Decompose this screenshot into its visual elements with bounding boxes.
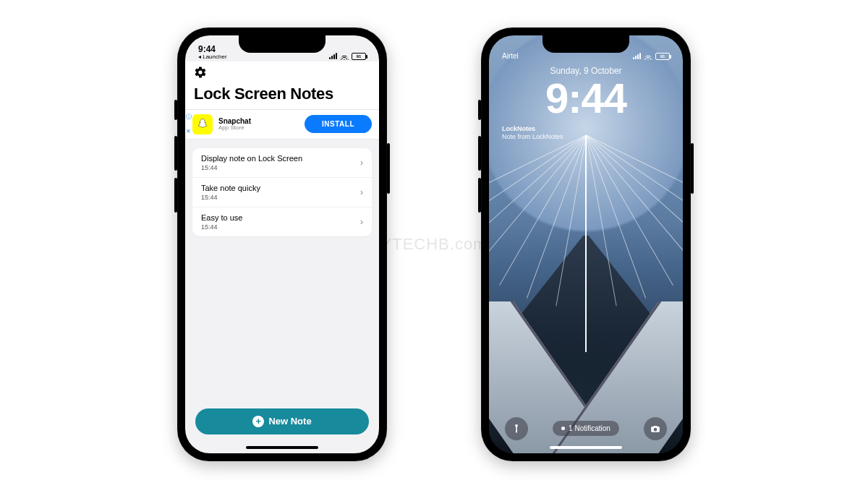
- battery-icon: 91: [352, 53, 366, 60]
- cellular-signal-icon: [329, 53, 337, 59]
- carrier-label: Airtel: [502, 53, 519, 60]
- phone-frame-app: 9:44 ◂ Launcher 91 Lock Screen Notes ⓘ✕ …: [177, 27, 387, 461]
- lock-widget[interactable]: LockNotes Note from LockNotes: [489, 119, 683, 142]
- widget-body: Note from LockNotes: [502, 133, 670, 142]
- home-indicator[interactable]: [550, 446, 622, 449]
- watermark-text: YTECHB.com: [381, 235, 488, 254]
- note-title: Display note on Lock Screen: [201, 154, 360, 163]
- note-row[interactable]: Take note quicky 15:44 ›: [192, 178, 372, 207]
- flashlight-icon: [511, 424, 522, 434]
- lock-time: 9:44: [489, 77, 683, 119]
- wifi-icon: [340, 53, 349, 60]
- new-note-label: New Note: [268, 416, 311, 427]
- ad-info-icon[interactable]: ⓘ✕: [186, 113, 192, 134]
- phone-frame-lockscreen: Airtel 91 Sunday, 9 October 9:44 LockNot…: [481, 27, 691, 461]
- notch: [542, 35, 629, 53]
- ad-app-store: App Store: [218, 125, 299, 131]
- chevron-right-icon: ›: [360, 217, 363, 227]
- battery-icon: 91: [655, 53, 670, 60]
- install-button[interactable]: INSTALL: [305, 115, 372, 133]
- ad-app-name: Snapchat: [218, 118, 299, 125]
- page-title: Lock Screen Notes: [194, 85, 370, 103]
- status-time: 9:44: [198, 45, 227, 53]
- note-time: 15:44: [201, 223, 360, 231]
- notes-list: Display note on Lock Screen 15:44 › Take…: [192, 148, 372, 236]
- chevron-right-icon: ›: [360, 158, 363, 168]
- camera-button[interactable]: [644, 417, 667, 440]
- dot-icon: [561, 427, 565, 430]
- back-to-launcher[interactable]: ◂ Launcher: [198, 54, 227, 60]
- notification-count: 1 Notification: [569, 424, 610, 432]
- note-row[interactable]: Display note on Lock Screen 15:44 ›: [192, 148, 372, 178]
- plus-circle-icon: +: [252, 416, 264, 427]
- gear-icon: [194, 66, 207, 79]
- camera-icon: [650, 424, 660, 434]
- cellular-signal-icon: [633, 53, 641, 59]
- snapchat-icon: [192, 114, 213, 134]
- lock-date: Sunday, 9 October: [489, 66, 683, 76]
- note-title: Take note quicky: [201, 184, 360, 192]
- note-time: 15:44: [201, 164, 360, 171]
- home-indicator[interactable]: [246, 446, 318, 449]
- flashlight-button[interactable]: [505, 417, 528, 440]
- note-time: 15:44: [201, 194, 360, 201]
- widget-title: LockNotes: [502, 125, 670, 134]
- notification-pill[interactable]: 1 Notification: [553, 421, 619, 436]
- chevron-right-icon: ›: [360, 187, 363, 197]
- settings-button[interactable]: [194, 66, 370, 82]
- ad-banner[interactable]: ⓘ✕ Snapchat App Store INSTALL: [185, 110, 379, 140]
- notch: [239, 35, 326, 53]
- note-row[interactable]: Easy to use 15:44 ›: [192, 207, 372, 236]
- new-note-button[interactable]: + New Note: [195, 408, 369, 435]
- wifi-icon: [644, 53, 652, 60]
- note-title: Easy to use: [201, 213, 360, 222]
